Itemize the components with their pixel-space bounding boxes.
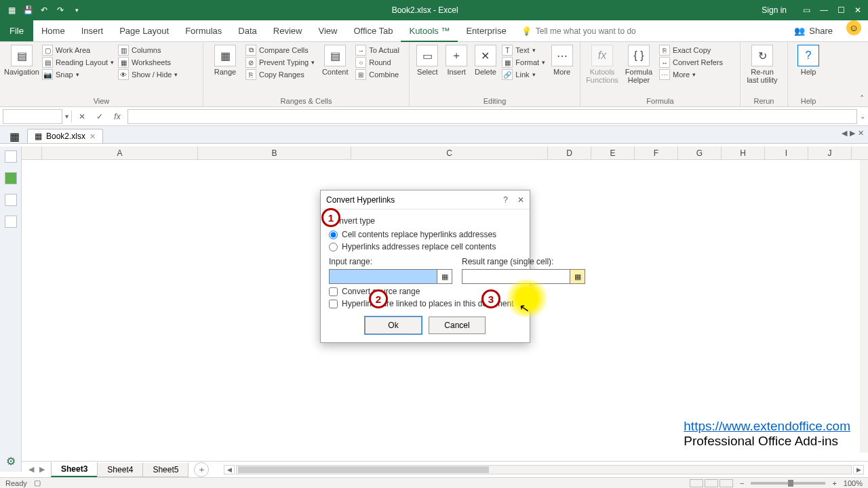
rail-icon-4[interactable] (5, 216, 17, 228)
dialog-help-icon[interactable]: ? (503, 195, 508, 205)
rail-icon-3[interactable] (5, 194, 17, 206)
combine-button[interactable]: ⊞Combine (355, 69, 399, 80)
sheet-next-icon[interactable]: ▶ (39, 465, 45, 474)
save-icon[interactable]: 💾 (22, 4, 34, 16)
convert-refers-button[interactable]: ↔Convert Refers (659, 57, 723, 68)
col-head-g[interactable]: G (678, 146, 722, 159)
cancel-button[interactable]: Cancel (429, 317, 486, 334)
collapse-ribbon-icon[interactable]: ˄ (860, 94, 864, 104)
ribbon-options-icon[interactable]: ▭ (803, 5, 810, 15)
name-box[interactable] (3, 109, 62, 124)
zoom-in-icon[interactable]: + (832, 479, 836, 487)
feedback-icon[interactable]: ☺ (846, 20, 861, 35)
workbook-tab-close-icon[interactable]: ✕ (90, 132, 96, 141)
worksheets-button[interactable]: ▦Worksheets (118, 57, 178, 68)
snap-button[interactable]: 📷Snap▾ (42, 69, 114, 80)
select-button[interactable]: ▭Select (415, 45, 440, 76)
formula-helper-button[interactable]: { }Formula Helper (623, 45, 655, 84)
col-head-c[interactable]: C (351, 146, 548, 159)
wb-close-icon[interactable]: ✕ (858, 129, 864, 138)
format-button[interactable]: ▦Format▾ (502, 57, 545, 68)
reading-layout-button[interactable]: ▤Reading Layout▾ (42, 57, 114, 68)
ok-button[interactable]: Ok (365, 317, 422, 334)
namebox-dropdown-icon[interactable]: ▾ (65, 113, 68, 120)
undo-icon[interactable]: ↶ (38, 4, 50, 16)
round-button[interactable]: ○Round (355, 57, 399, 68)
qat-dropdown-icon[interactable]: ▾ (71, 4, 83, 16)
sheet-tab-sheet5[interactable]: Sheet5 (142, 463, 189, 477)
link-button[interactable]: 🔗Link▾ (502, 69, 545, 80)
rail-icon-2[interactable] (5, 172, 17, 184)
col-head-d[interactable]: D (548, 146, 591, 159)
view-buttons[interactable] (690, 479, 733, 487)
rerun-button[interactable]: ↻Re-run last utility (746, 45, 778, 84)
tab-enterprise[interactable]: Enterprise (458, 20, 514, 41)
tell-me[interactable]: 💡Tell me what you want to do (515, 20, 643, 41)
result-range-picker-icon[interactable]: ▦ (570, 269, 585, 284)
input-range-picker-icon[interactable]: ▦ (437, 269, 452, 284)
formula-input[interactable] (127, 109, 857, 124)
signin-link[interactable]: Sign in (762, 5, 787, 15)
cancel-formula-icon[interactable]: ✕ (75, 109, 90, 124)
minimize-icon[interactable]: — (820, 5, 828, 15)
macro-record-icon[interactable]: ▢ (34, 479, 41, 487)
sheet-tab-sheet4[interactable]: Sheet4 (97, 463, 143, 477)
prevent-typing-button[interactable]: ⊘Prevent Typing▾ (245, 57, 315, 68)
tab-home[interactable]: Home (33, 20, 73, 41)
columns-button[interactable]: ▥Columns (118, 45, 178, 56)
share-button[interactable]: 👥Share (787, 20, 840, 41)
sheet-tab-sheet3[interactable]: Sheet3 (51, 462, 98, 477)
tab-page-layout[interactable]: Page Layout (111, 20, 177, 41)
watermark-link[interactable]: https://www.extendoffice.com (684, 419, 850, 433)
fx-button[interactable]: fx (110, 109, 125, 124)
zoom-level[interactable]: 100% (844, 479, 863, 487)
col-head-e[interactable]: E (591, 146, 635, 159)
col-head-b[interactable]: B (198, 146, 351, 159)
to-actual-button[interactable]: →To Actual (355, 45, 399, 56)
help-button[interactable]: ?Help (793, 45, 823, 76)
wb-right-icon[interactable]: ▶ (850, 129, 855, 138)
tab-view[interactable]: View (310, 20, 345, 41)
add-sheet-button[interactable]: ＋ (194, 462, 209, 477)
navigation-button[interactable]: ▤Navigation (5, 45, 38, 76)
radio-addresses-replace[interactable] (329, 243, 338, 251)
gear-icon[interactable]: ⚙ (6, 455, 16, 468)
hscroll-right-icon[interactable]: ▶ (853, 465, 864, 474)
kutools-functions-button[interactable]: fxKutools Functions (586, 45, 618, 84)
exact-copy-button[interactable]: ⎘Exact Copy (659, 45, 723, 56)
horizontal-scrollbar[interactable]: ◀ ▶ (209, 465, 868, 474)
insert-button[interactable]: ＋Insert (444, 45, 469, 76)
copy-ranges-button[interactable]: ⎘Copy Ranges (245, 69, 315, 80)
tab-kutools[interactable]: Kutools ™ (401, 20, 458, 41)
work-area-button[interactable]: ▢Work Area (42, 45, 114, 56)
tab-file[interactable]: File (0, 20, 33, 41)
show-hide-button[interactable]: 👁Show / Hide▾ (118, 69, 178, 80)
col-head-a[interactable]: A (42, 146, 198, 159)
content-button[interactable]: ▤Content (319, 45, 351, 76)
tab-insert[interactable]: Insert (73, 20, 112, 41)
text-button[interactable]: TText▾ (502, 45, 545, 56)
workbook-tab[interactable]: ▦Book2.xlsx✕ (27, 129, 103, 143)
col-head-i[interactable]: I (765, 146, 808, 159)
convert-source-checkbox[interactable] (329, 287, 338, 296)
input-range-field[interactable] (329, 269, 437, 284)
tab-office-tab[interactable]: Office Tab (345, 20, 401, 41)
hscroll-left-icon[interactable]: ◀ (224, 465, 235, 474)
close-icon[interactable]: ✕ (854, 5, 861, 15)
wb-left-icon[interactable]: ◀ (842, 129, 847, 138)
tab-formulas[interactable]: Formulas (177, 20, 230, 41)
redo-icon[interactable]: ↷ (54, 4, 66, 16)
dialog-close-icon[interactable]: ✕ (517, 195, 524, 205)
range-button[interactable]: ▦Range (209, 45, 241, 76)
formula-expand-icon[interactable]: ⌄ (860, 113, 865, 120)
tab-review[interactable]: Review (265, 20, 311, 41)
enter-formula-icon[interactable]: ✓ (92, 109, 107, 124)
maximize-icon[interactable]: ☐ (837, 5, 845, 15)
col-head-h[interactable]: H (722, 146, 765, 159)
editing-more-button[interactable]: ⋯More (549, 45, 574, 76)
tab-data[interactable]: Data (230, 20, 264, 41)
zoom-slider[interactable] (751, 482, 825, 485)
compare-cells-button[interactable]: ⧉Compare Cells (245, 45, 315, 56)
select-all-corner[interactable] (22, 146, 42, 159)
sheet-prev-icon[interactable]: ◀ (28, 465, 34, 474)
